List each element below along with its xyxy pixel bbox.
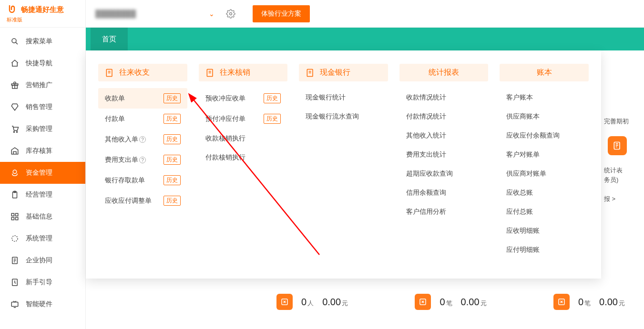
mega-item-label: 应收应付余额查询 — [506, 131, 560, 140]
mega-menu-item[interactable]: 预付冲应付单历史 — [199, 109, 288, 129]
mega-column-header: 现金银行 — [299, 64, 388, 81]
sidebar-item-guide[interactable]: 新手引导 — [0, 271, 85, 293]
mega-menu-item[interactable]: 应付明细账 — [500, 240, 589, 259]
mega-menu-item[interactable]: 收款单历史 — [98, 88, 187, 109]
mega-item-label: 付款核销执行 — [205, 153, 245, 162]
mega-item-label: 费用支出统计 — [406, 150, 446, 159]
svg-rect-8 — [11, 213, 14, 216]
sidebar-item-label: 库存核算 — [26, 147, 52, 155]
sidebar-item-money[interactable]: 资金管理 — [0, 162, 85, 184]
sidebar-item-diamond[interactable]: 销售管理 — [0, 96, 85, 118]
diamond-icon — [10, 103, 19, 111]
mega-menu-item[interactable]: 费用支出单?历史 — [98, 150, 187, 170]
mega-menu-item[interactable]: 信用余额查询 — [399, 183, 489, 202]
stat-card: 0笔0.00元 — [553, 294, 625, 310]
mega-menu-item[interactable]: 其他收入单?历史 — [98, 129, 187, 150]
sidebar-item-gift[interactable]: 营销推广 — [0, 74, 85, 96]
logo: 畅捷通好生意 标准版 — [0, 0, 85, 28]
sidebar-item-grid[interactable]: 基础信息 — [0, 206, 85, 228]
sidebar-item-label: 新手引导 — [26, 278, 52, 287]
help-icon[interactable]: ? — [139, 157, 146, 163]
sidebar-item-label: 智能硬件 — [26, 300, 52, 309]
panel-icon[interactable] — [608, 136, 627, 155]
mega-item-label: 收款单 — [105, 94, 125, 103]
mega-item-label: 客户账本 — [506, 93, 533, 102]
sidebar-item-home[interactable]: 快捷导航 — [0, 52, 85, 74]
gear-icon[interactable] — [226, 9, 235, 19]
mega-menu-item[interactable]: 应收应付余额查询 — [500, 126, 589, 145]
stat-unit: 人 — [307, 299, 314, 307]
svg-rect-11 — [16, 218, 18, 220]
chevron-down-icon[interactable]: ⌄ — [206, 10, 217, 18]
mega-menu-item[interactable]: 应收总账 — [500, 183, 589, 202]
svg-point-16 — [230, 12, 232, 15]
mega-column: 现金银行现金银行统计现金银行流水查询 — [293, 64, 394, 259]
mega-menu-item[interactable]: 付款核销执行 — [199, 148, 288, 167]
history-badge[interactable]: 历史 — [164, 114, 181, 124]
hint-text[interactable]: 报 > — [604, 195, 615, 203]
help-icon[interactable]: ? — [139, 136, 146, 143]
sidebar: 畅捷通好生意 标准版 搜索菜单快捷导航营销推广销售管理采购管理库存核算资金管理经… — [0, 0, 86, 329]
mega-menu-item[interactable]: 超期应收款查询 — [399, 164, 489, 183]
history-badge[interactable]: 历史 — [164, 155, 181, 165]
mega-item-label: 费用支出单? — [105, 156, 146, 164]
mega-menu-item[interactable]: 现金银行统计 — [299, 88, 388, 107]
org-selector-label[interactable]: ████████ — [95, 10, 200, 18]
sidebar-item-cart[interactable]: 采购管理 — [0, 118, 85, 140]
right-panel-sliver: 完善期初 统计表 务员) 报 > — [602, 117, 644, 203]
mega-column-header: 账本 — [500, 64, 589, 81]
mega-menu-item[interactable]: 供应商对账单 — [500, 164, 589, 183]
industry-plan-button[interactable]: 体验行业方案 — [253, 5, 310, 22]
mega-menu-item[interactable]: 供应商账本 — [500, 107, 589, 126]
mega-column: 账本客户账本供应商账本应收应付余额查询客户对账单供应商对账单应收总账应付总账应收… — [494, 64, 594, 259]
mega-menu-item[interactable]: 客户账本 — [500, 88, 589, 107]
mega-menu-item[interactable]: 其他收入统计 — [399, 126, 489, 145]
logo-subtitle: 标准版 — [7, 16, 80, 23]
mega-menu-item[interactable]: 现金银行流水查询 — [299, 107, 388, 126]
mega-menu-item[interactable]: 费用支出统计 — [399, 145, 489, 164]
svg-point-5 — [13, 170, 17, 174]
mega-menu-item[interactable]: 收款情况统计 — [399, 88, 489, 107]
history-badge[interactable]: 历史 — [164, 93, 181, 103]
sidebar-item-label: 销售管理 — [26, 103, 52, 111]
mega-menu-item[interactable]: 客户对账单 — [500, 145, 589, 164]
mega-item-label: 付款单 — [105, 115, 125, 123]
mega-menu-item[interactable]: 收款核销执行 — [199, 129, 288, 148]
mega-column: 往来收支收款单历史付款单历史其他收入单?历史费用支出单?历史银行存取款单历史应收… — [92, 64, 193, 259]
sidebar-item-doc[interactable]: 企业协同 — [0, 249, 85, 271]
history-badge[interactable]: 历史 — [264, 114, 281, 124]
mega-menu-item[interactable]: 预收冲应收单历史 — [199, 88, 288, 109]
stat-card: 0笔0.00元 — [415, 294, 486, 310]
hint-text: 务员) — [604, 175, 623, 185]
mega-menu-item[interactable]: 应收应付调整单历史 — [98, 190, 187, 211]
sidebar-item-tv[interactable]: 智能硬件 — [0, 293, 85, 315]
mega-menu-item[interactable]: 应收明细账 — [500, 221, 589, 240]
sidebar-nav: 搜索菜单快捷导航营销推广销售管理采购管理库存核算资金管理经营管理基础信息系统管理… — [0, 28, 85, 329]
mega-item-label: 预收冲应收单 — [205, 94, 245, 103]
mega-menu-item[interactable]: 付款单历史 — [98, 109, 187, 129]
stat-currency: 元 — [342, 299, 348, 307]
tab-home[interactable]: 首页 — [91, 28, 128, 50]
sidebar-item-search[interactable]: 搜索菜单 — [0, 30, 85, 52]
sidebar-item-gear-dashed[interactable]: 系统管理 — [0, 228, 85, 249]
mega-item-label: 供应商账本 — [506, 112, 540, 121]
history-badge[interactable]: 历史 — [164, 175, 181, 185]
sidebar-item-label: 搜索菜单 — [26, 37, 52, 46]
mega-item-label: 应付总账 — [506, 208, 533, 216]
home-icon — [10, 59, 19, 68]
money-icon — [10, 169, 19, 177]
mega-menu-item[interactable]: 付款情况统计 — [399, 107, 489, 126]
mega-menu-item[interactable]: 应付总账 — [500, 202, 589, 221]
tabbar: 首页 — [86, 28, 644, 50]
history-badge[interactable]: 历史 — [164, 134, 181, 144]
sidebar-item-warehouse[interactable]: 库存核算 — [0, 140, 85, 162]
history-badge[interactable]: 历史 — [164, 196, 181, 206]
history-badge[interactable]: 历史 — [264, 93, 281, 103]
stat-icon — [276, 294, 293, 310]
sidebar-item-clipboard[interactable]: 经营管理 — [0, 184, 85, 206]
mega-menu-item[interactable]: 客户信用分析 — [399, 202, 489, 221]
grid-icon — [10, 212, 19, 221]
mega-menu-item[interactable]: 银行存取款单历史 — [98, 170, 187, 190]
gift-icon — [10, 81, 19, 90]
stat-icon — [553, 294, 570, 310]
